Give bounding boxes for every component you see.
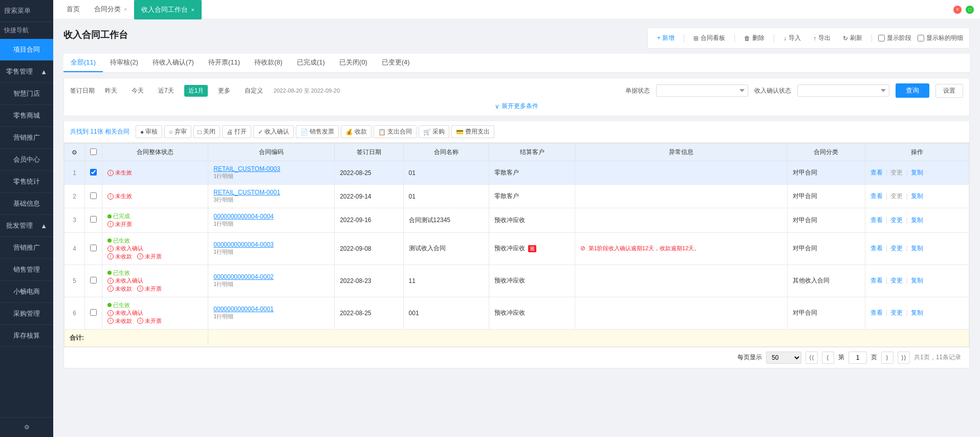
- abandon-button[interactable]: ○ 弃审: [164, 125, 191, 138]
- contract-code-link[interactable]: 0000000000004-0003: [213, 241, 329, 248]
- kanban-button[interactable]: ⊞ 合同看板: [690, 32, 728, 44]
- view-link[interactable]: 查看: [870, 216, 883, 224]
- tab-contract-category[interactable]: 合同分类 ×: [87, 0, 134, 19]
- last-page-btn[interactable]: ⟩⟩: [898, 352, 910, 364]
- tab-income-workbench[interactable]: 收入合同工作台 ×: [134, 0, 201, 19]
- page-size-select[interactable]: 50 20 100: [766, 352, 801, 364]
- show-stage-checkbox[interactable]: 显示阶段: [878, 34, 911, 42]
- print-button[interactable]: 🖨 打开: [222, 125, 251, 138]
- new-button[interactable]: + 新增: [654, 32, 678, 44]
- sidebar-item-marketing2[interactable]: 营销推广: [0, 237, 53, 259]
- income-confirm-button[interactable]: ✓ 收入确认: [253, 125, 294, 138]
- first-page-btn[interactable]: ⟨⟨: [805, 352, 818, 364]
- contract-code-link[interactable]: RETAIL_CUSTOM-0003: [213, 165, 329, 172]
- sidebar-item-smart-store[interactable]: 智慧门店: [0, 83, 53, 105]
- filter-tab-changed[interactable]: 已变更(4): [375, 54, 417, 72]
- row-checkbox[interactable]: [90, 309, 97, 316]
- change-link[interactable]: 变更: [890, 309, 903, 316]
- filter-tab-closed[interactable]: 已关闭(0): [332, 54, 375, 72]
- filter-yesterday[interactable]: 昨天: [101, 85, 121, 97]
- contract-code-link[interactable]: 0000000000004-0004: [213, 213, 329, 220]
- select-all-checkbox[interactable]: [90, 148, 97, 155]
- next-page-btn[interactable]: ⟩: [881, 352, 894, 364]
- filter-tab-pending-income-confirm[interactable]: 待收入确认(7): [145, 54, 201, 72]
- sidebar-item-wholesale[interactable]: 批发管理▲: [0, 215, 53, 237]
- copy-link[interactable]: 复制: [911, 277, 923, 284]
- contract-code-link[interactable]: 0000000000004-0001: [213, 305, 329, 313]
- prev-page-btn[interactable]: ⟨: [822, 352, 834, 364]
- import-button[interactable]: ↓ 导入: [780, 32, 804, 44]
- change-link[interactable]: 变更: [890, 277, 903, 284]
- row-checkbox[interactable]: [90, 216, 97, 223]
- sidebar-item-purchase[interactable]: 采购管理: [0, 303, 53, 325]
- sidebar-search[interactable]: 搜索菜单: [0, 0, 53, 22]
- refresh-button[interactable]: ↻ 刷新: [840, 32, 865, 44]
- change-link[interactable]: 变更: [890, 169, 903, 176]
- tab-income-workbench-close[interactable]: ×: [191, 7, 194, 13]
- view-link[interactable]: 查看: [870, 309, 883, 316]
- sidebar-settings[interactable]: ⚙: [0, 417, 53, 437]
- sidebar-item-marketing[interactable]: 营销推广: [0, 127, 53, 149]
- income-confirm-select[interactable]: [797, 84, 889, 97]
- query-button[interactable]: 查询: [896, 83, 929, 98]
- row-checkbox[interactable]: [90, 245, 97, 251]
- collect-button[interactable]: 💰 收款: [341, 125, 372, 138]
- copy-link[interactable]: 复制: [911, 192, 923, 200]
- sales-invoice-button[interactable]: 📄 销售发票: [296, 125, 339, 138]
- tab-contract-category-close[interactable]: ×: [124, 6, 127, 12]
- window-close-btn[interactable]: ×: [953, 6, 962, 14]
- col-header-settings[interactable]: ⚙: [64, 144, 85, 161]
- sidebar-item-member-center[interactable]: 会员中心: [0, 149, 53, 171]
- change-link[interactable]: 变更: [890, 192, 903, 200]
- filter-more[interactable]: 更多: [214, 85, 234, 97]
- view-link[interactable]: 查看: [870, 245, 883, 252]
- sidebar-item-inventory[interactable]: 库存核算: [0, 325, 53, 347]
- copy-link[interactable]: 复制: [911, 169, 923, 176]
- sidebar-item-project-contract[interactable]: 项目合同: [0, 39, 53, 61]
- close-button[interactable]: □ 关闭: [193, 125, 220, 138]
- filter-tab-all[interactable]: 全部(11): [63, 54, 103, 72]
- purchase-button[interactable]: 🛒 采购: [419, 125, 449, 138]
- col-header-check[interactable]: [85, 144, 102, 161]
- sidebar-item-basic-info[interactable]: 基础信息: [0, 193, 53, 215]
- audit-button[interactable]: ● 审核: [136, 125, 162, 138]
- tab-home[interactable]: 首页: [59, 0, 87, 19]
- filter-last1month[interactable]: 近1月: [184, 85, 208, 97]
- row-checkbox-cell[interactable]: [85, 161, 102, 185]
- contract-code-link[interactable]: 0000000000004-0002: [213, 273, 329, 280]
- row-checkbox[interactable]: [90, 277, 97, 283]
- filter-today[interactable]: 今天: [127, 85, 148, 97]
- view-link[interactable]: 查看: [870, 192, 883, 200]
- sidebar-item-xiaochangec[interactable]: 小畅电商: [0, 281, 53, 303]
- window-max-btn[interactable]: □: [966, 6, 974, 14]
- sidebar-item-sales-mgmt[interactable]: 销售管理: [0, 259, 53, 281]
- copy-link[interactable]: 复制: [911, 309, 923, 316]
- page-input[interactable]: [848, 352, 867, 364]
- change-link[interactable]: 变更: [890, 245, 903, 252]
- export-button[interactable]: ↑ 导出: [810, 32, 834, 44]
- show-detail-checkbox[interactable]: 显示标的明细: [918, 34, 963, 42]
- sidebar-item-retail-mall[interactable]: 零售商城: [0, 105, 53, 127]
- sidebar-quicknav[interactable]: 快捷导航: [0, 22, 53, 39]
- sidebar-item-retail-management[interactable]: 零售管理▲: [0, 61, 53, 83]
- change-link[interactable]: 变更: [890, 216, 903, 224]
- set-button[interactable]: 设置: [935, 84, 963, 98]
- doc-status-select[interactable]: [656, 84, 748, 97]
- filter-custom[interactable]: 自定义: [241, 85, 267, 97]
- row-checkbox[interactable]: [90, 192, 97, 199]
- view-link[interactable]: 查看: [870, 277, 883, 284]
- view-link[interactable]: 查看: [870, 169, 883, 176]
- expense-button[interactable]: 💳 费用支出: [451, 125, 494, 138]
- contract-code-link[interactable]: RETAIL_CUSTOM-0001: [213, 189, 329, 196]
- filter-tab-pending-collect[interactable]: 待收款(8): [247, 54, 290, 72]
- filter-tab-completed[interactable]: 已完成(1): [290, 54, 332, 72]
- sidebar-item-retail-stats[interactable]: 零售统计: [0, 171, 53, 193]
- filter-last7[interactable]: 近7天: [154, 85, 178, 97]
- filter-tab-pending-audit[interactable]: 待审核(2): [103, 54, 145, 72]
- expand-more-btn[interactable]: ∨ 展开更多条件: [495, 102, 538, 111]
- row-checkbox[interactable]: [90, 169, 97, 176]
- copy-link[interactable]: 复制: [911, 245, 923, 252]
- copy-link[interactable]: 复制: [911, 216, 923, 224]
- out-contract-button[interactable]: 📋 支出合同: [374, 125, 417, 138]
- filter-tab-pending-invoice[interactable]: 待开票(11): [201, 54, 247, 72]
